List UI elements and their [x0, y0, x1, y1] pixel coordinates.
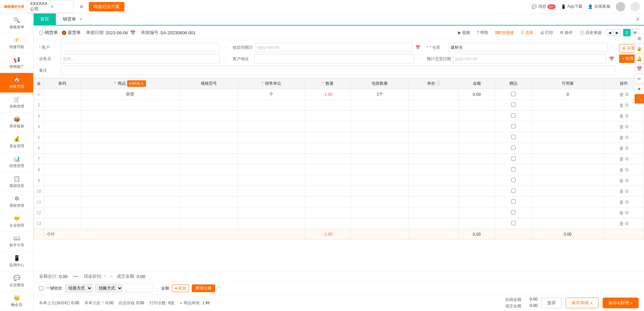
sidebar-item-marketing[interactable]: 📢 营销推广 [0, 53, 33, 73]
right-panel-btn-4[interactable]: 📅 [635, 64, 644, 73]
copy-button[interactable]: ⧉ [625, 167, 629, 172]
sidebar-item-inventory[interactable]: 📦 库存核算 [0, 113, 33, 132]
row-barcode-1[interactable] [44, 89, 81, 100]
gift-checkbox-1[interactable] [511, 92, 516, 96]
trial-button[interactable]: 体验行业方案 [89, 2, 124, 11]
right-panel-btn-3[interactable]: 🔔 [635, 54, 644, 63]
add-payment-button[interactable]: ● 添加 [172, 284, 189, 292]
customer-input[interactable] [61, 43, 220, 52]
delete-button[interactable]: 🗑 [619, 156, 624, 162]
remark-input[interactable] [61, 66, 615, 75]
receipt-date-input[interactable] [255, 43, 412, 52]
delete-button[interactable]: 🗑 [619, 167, 624, 172]
salesperson-input[interactable] [61, 54, 220, 64]
row-product-1[interactable]: 拆货 [81, 89, 180, 100]
right-panel-btn-2[interactable]: 🔒 [635, 44, 644, 53]
save-new-button[interactable]: 保存&新增 ∧ [603, 298, 639, 308]
avatar[interactable] [616, 2, 625, 11]
delete-button[interactable]: 🗑 [619, 221, 624, 226]
amount-dots-button[interactable]: ··· [155, 286, 158, 290]
delete-button[interactable]: 🗑 [619, 103, 624, 108]
tab-close-icon[interactable]: ✕ [79, 17, 82, 21]
sidebar-item-wechat[interactable]: 💬 企业微信 [0, 271, 33, 291]
right-panel-btn-6[interactable]: ★ [635, 84, 644, 93]
warehouse-input[interactable] [448, 43, 608, 52]
select-button[interactable]: ☰ 选单 [519, 29, 535, 36]
operation-button[interactable]: ⚙ 操作 [558, 29, 575, 36]
video-button[interactable]: ▶ 视频 [456, 29, 472, 36]
right-panel-btn-5[interactable]: ✏ [635, 74, 644, 83]
delete-button-1[interactable]: 🗑 [619, 92, 624, 97]
sidebar-item-sales[interactable]: 🏠 销售管理 [0, 73, 33, 93]
message-button[interactable]: 💬 消息 99+ [532, 4, 555, 9]
radio-return-input[interactable] [62, 31, 66, 35]
fee-split-button[interactable]: 费用分摊 [192, 284, 215, 292]
avatar2[interactable] [631, 2, 640, 11]
expected-date-input[interactable] [453, 54, 606, 64]
sidebar-item-apps[interactable]: 📱 应用中心 [0, 251, 33, 271]
sidebar-item-system[interactable]: ⚙ 系统管理 [0, 192, 33, 212]
account-select[interactable]: 结账方式 [95, 284, 123, 293]
sidebar-search[interactable]: 🔍 搜索菜单 [0, 13, 33, 33]
save-draft-button[interactable]: 保存草稿 ∧ [566, 298, 599, 308]
copy-button[interactable]: ⧉ [625, 221, 629, 226]
delete-button[interactable]: 🗑 [619, 124, 624, 129]
account-no-input[interactable] [125, 284, 152, 293]
price-info-icon[interactable]: ⓘ [437, 81, 440, 85]
copy-button[interactable]: ⧉ [625, 188, 629, 194]
one-click-payment-checkbox[interactable] [39, 286, 43, 290]
warehouse-dots-button[interactable]: ··· [610, 45, 615, 50]
nav-next-button[interactable]: ▶ [614, 29, 620, 36]
calendar-icon[interactable]: 📅 [130, 30, 136, 35]
copy-button[interactable]: ⧉ [625, 102, 629, 108]
company-settings-button[interactable]: ⚙ [77, 2, 86, 11]
tab-home[interactable]: 首页 [34, 13, 56, 25]
shortcut-button[interactable]: ⌨ 快捷键 [493, 29, 516, 36]
discard-button[interactable]: 放弃 [541, 298, 562, 308]
nav-prev-button[interactable]: ◀ [606, 29, 613, 36]
copy-button[interactable]: ⧉ [625, 113, 629, 119]
copy-button-1[interactable]: ⧉ [625, 91, 629, 97]
copy-button[interactable]: ⧉ [625, 178, 629, 183]
discount-help-icon[interactable]: ? [104, 274, 106, 279]
row-qty-1[interactable]: -1.00 [305, 89, 351, 100]
sidebar-item-finance[interactable]: 💰 资金管理 [0, 132, 33, 152]
view-list-button[interactable]: ☰ [623, 29, 631, 36]
delete-button[interactable]: 🗑 [619, 135, 624, 140]
scan-button[interactable]: 扫码录入 [127, 80, 146, 87]
copy-button[interactable]: ⧉ [625, 134, 629, 140]
product-types-icon[interactable]: ● [180, 301, 182, 305]
sidebar-item-operations[interactable]: 📊 经营管理 [0, 152, 33, 172]
right-panel-btn-1[interactable]: ⊞ [635, 34, 644, 43]
delete-button[interactable]: 🗑 [619, 113, 624, 119]
sidebar-item-purchase[interactable]: 🛒 采购管理 [0, 93, 33, 113]
sidebar-item-quick-nav[interactable]: ⚡ 快捷导航 [0, 33, 33, 53]
payment-method-select[interactable]: 结算方式 [65, 284, 92, 293]
total-debt-help-icon[interactable]: ? [102, 301, 104, 305]
delete-button[interactable]: 🗑 [619, 178, 624, 183]
print-button[interactable]: 🖨 打印 [538, 29, 555, 36]
tab-sales-order[interactable]: 销货单 ✕ [56, 13, 89, 25]
radio-return[interactable]: 退货单 [62, 30, 81, 36]
company-selector[interactable]: XXXXXX公司 ▾ [27, 0, 74, 13]
history-button[interactable]: 🕐 历史单据 [577, 29, 604, 36]
sidebar-item-corp[interactable]: 🤝 企业协同 [0, 212, 33, 232]
online-service-button[interactable]: 👤 在线客服 [588, 4, 610, 9]
delete-button[interactable]: 🗑 [619, 189, 624, 194]
row-price-1[interactable] [409, 89, 458, 100]
copy-button[interactable]: ⧉ [625, 145, 629, 151]
sidebar-item-guide[interactable]: 📖 新手引导 [0, 232, 33, 251]
customer-dots-button[interactable]: ··· [222, 45, 227, 50]
customer-addr-dots-button[interactable]: ··· [416, 56, 421, 61]
expected-date-calendar-icon[interactable]: 📅 [608, 56, 615, 61]
delete-button[interactable]: 🗑 [619, 146, 624, 151]
radio-sales-input[interactable] [39, 31, 43, 35]
copy-button[interactable]: ⧉ [625, 124, 629, 129]
right-panel-btn-7[interactable]: 🔧 [635, 94, 644, 104]
salesperson-dots-button[interactable]: ··· [222, 56, 227, 61]
row-unit-1[interactable]: 个 [238, 89, 305, 100]
delete-button[interactable]: 🗑 [619, 199, 624, 205]
row-amount-1[interactable]: 0.00 [458, 89, 495, 100]
copy-button[interactable]: ⧉ [625, 199, 629, 205]
col-gear-header[interactable]: ⚙ [34, 78, 44, 89]
